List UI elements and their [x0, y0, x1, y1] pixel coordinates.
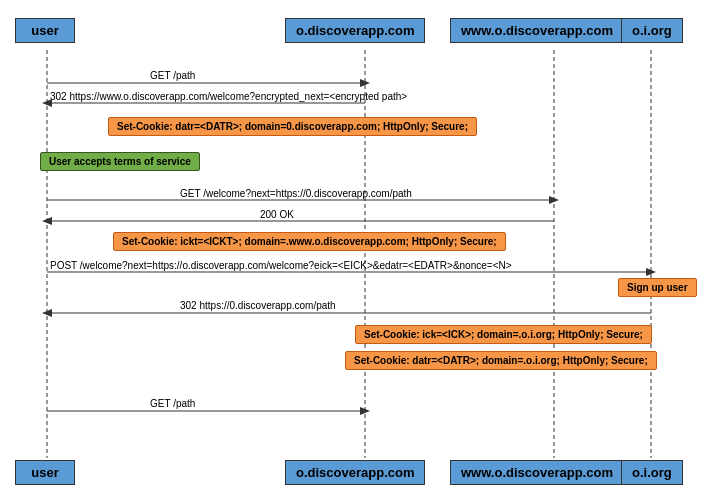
actor-www-discover-top-label: www.o.discoverapp.com	[461, 23, 613, 38]
svg-marker-15	[42, 309, 52, 317]
actor-o-i-org-top: o.i.org	[621, 18, 683, 43]
actor-user-bottom: user	[15, 460, 75, 485]
actor-o-discover-top: o.discoverapp.com	[285, 18, 425, 43]
set-cookie-ickt-badge: Set-Cookie: ickt=<ICKT>; domain=.www.o.d…	[113, 232, 506, 251]
svg-marker-11	[42, 217, 52, 225]
actor-o-i-org-top-label: o.i.org	[632, 23, 672, 38]
sign-up-user-badge: Sign up user	[618, 278, 697, 297]
svg-marker-5	[360, 79, 370, 87]
actor-o-i-org-bottom: o.i.org	[621, 460, 683, 485]
user-accepts-badge: User accepts terms of service	[40, 152, 200, 171]
svg-marker-9	[549, 196, 559, 204]
actor-user-top-label: user	[31, 23, 58, 38]
actor-o-discover-bottom-label: o.discoverapp.com	[296, 465, 414, 480]
actor-o-i-org-bottom-label: o.i.org	[632, 465, 672, 480]
actor-o-discover-top-label: o.discoverapp.com	[296, 23, 414, 38]
msg10-label: 302 https://0.discoverapp.com/path	[180, 300, 336, 311]
actor-user-top: user	[15, 18, 75, 43]
msg6-label: 200 OK	[260, 209, 294, 220]
set-cookie-ick-badge: Set-Cookie: ick=<ICK>; domain=.o.i.org; …	[355, 325, 652, 344]
svg-marker-13	[646, 268, 656, 276]
set-cookie-datr-badge: Set-Cookie: datr=<DATR>; domain=0.discov…	[108, 117, 477, 136]
msg8-label: POST /welcome?next=https://o.discoverapp…	[50, 260, 512, 271]
actor-o-discover-bottom: o.discoverapp.com	[285, 460, 425, 485]
actor-www-discover-bottom-label: www.o.discoverapp.com	[461, 465, 613, 480]
msg13-label: GET /path	[150, 398, 195, 409]
set-cookie-datr-oiorg-badge: Set-Cookie: datr=<DATR>; domain=.o.i.org…	[345, 351, 657, 370]
actor-www-discover-bottom: www.o.discoverapp.com	[450, 460, 624, 485]
actor-user-bottom-label: user	[31, 465, 58, 480]
msg1-label: GET /path	[150, 70, 195, 81]
actor-www-discover-top: www.o.discoverapp.com	[450, 18, 624, 43]
sequence-diagram: user o.discoverapp.com www.o.discoverapp…	[0, 0, 728, 500]
msg5-label: GET /welcome?next=https://0.discoverapp.…	[180, 188, 412, 199]
msg2-label: 302 https://www.o.discoverapp.com/welcom…	[50, 91, 407, 102]
svg-marker-17	[360, 407, 370, 415]
